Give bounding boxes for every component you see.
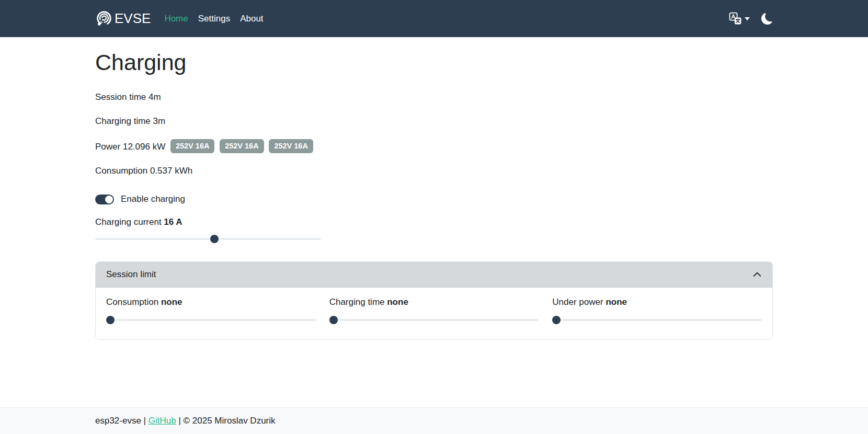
nav-links: Home Settings About	[164, 14, 263, 24]
charging-time-value: 3m	[153, 116, 166, 126]
charging-current-value: 16 A	[164, 217, 182, 227]
session-time-value: 4m	[149, 92, 161, 102]
charging-current-label: Charging current	[95, 217, 162, 227]
charging-time-line: Charging time 3m	[95, 115, 773, 128]
limit-consumption-value: none	[161, 297, 182, 307]
page-title: Charging	[95, 50, 773, 75]
charging-current-slider-wrap	[95, 235, 321, 246]
footer-copyright: | © 2025 Miroslav Dzurik	[176, 416, 276, 426]
nav-right	[729, 12, 773, 25]
nav-link-home[interactable]: Home	[164, 14, 188, 24]
charging-current-slider[interactable]	[95, 235, 321, 243]
dropdown-caret-icon	[745, 17, 750, 20]
limit-under-power-value: none	[606, 297, 627, 307]
session-time-line: Session time 4m	[95, 91, 773, 104]
enable-charging-row: Enable charging	[95, 194, 773, 204]
evse-logo-icon	[95, 10, 113, 28]
power-label: Power	[95, 142, 120, 152]
dark-mode-toggle[interactable]	[761, 13, 773, 25]
limit-charging-time-label: Charging time	[329, 297, 385, 307]
limit-under-power-label: Under power	[552, 297, 603, 307]
consumption-limit-slider[interactable]	[106, 316, 316, 324]
translate-icon	[729, 12, 742, 25]
limit-consumption-label: Consumption	[106, 297, 158, 307]
language-dropdown[interactable]	[729, 12, 750, 25]
navbar: EVSE Home Settings About	[0, 0, 868, 37]
limit-charging-time-value: none	[387, 297, 408, 307]
consumption-value: 0.537 kWh	[150, 166, 192, 176]
session-time-label: Session time	[95, 92, 146, 102]
session-limit-title: Session limit	[106, 269, 156, 280]
nav-link-settings[interactable]: Settings	[198, 14, 230, 24]
limit-consumption-line: Consumption none	[106, 297, 316, 307]
brand[interactable]: EVSE	[95, 10, 151, 28]
consumption-label: Consumption	[95, 166, 147, 176]
main-content: Charging Session time 4m Charging time 3…	[89, 37, 779, 340]
charging-time-label: Charging time	[95, 116, 151, 126]
brand-label: EVSE	[115, 10, 151, 27]
github-link[interactable]: GitHub	[149, 416, 176, 426]
phase-badge-3: 252V 16A	[269, 139, 313, 153]
footer-project: esp32-evse |	[95, 416, 149, 426]
footer: esp32-evse | GitHub | © 2025 Miroslav Dz…	[0, 407, 868, 434]
phase-badge-1: 252V 16A	[170, 139, 215, 153]
nav-link-about[interactable]: About	[240, 14, 263, 24]
limit-consumption: Consumption none	[106, 297, 316, 327]
session-limit-body: Consumption none Charging time none Unde…	[96, 288, 772, 339]
session-limit-panel: Session limit Consumption none Charging …	[95, 261, 773, 340]
charging-current-line: Charging current 16 A	[95, 217, 773, 227]
limit-under-power: Under power none	[552, 297, 762, 327]
moon-icon	[761, 13, 773, 25]
charging-time-limit-slider[interactable]	[329, 316, 539, 324]
session-limit-header[interactable]: Session limit	[96, 262, 772, 288]
enable-charging-toggle[interactable]	[95, 195, 114, 204]
enable-charging-label: Enable charging	[121, 194, 185, 204]
limit-charging-time: Charging time none	[329, 297, 539, 327]
limit-under-power-line: Under power none	[552, 297, 762, 307]
consumption-line: Consumption 0.537 kWh	[95, 165, 773, 177]
phase-badge-2: 252V 16A	[220, 139, 264, 153]
under-power-limit-slider[interactable]	[552, 316, 762, 324]
power-value: 12.096 kW	[123, 142, 165, 152]
limit-charging-time-line: Charging time none	[329, 297, 539, 307]
power-line: Power 12.096 kW 252V 16A 252V 16A 252V 1…	[95, 139, 773, 153]
chevron-up-icon	[752, 270, 762, 279]
